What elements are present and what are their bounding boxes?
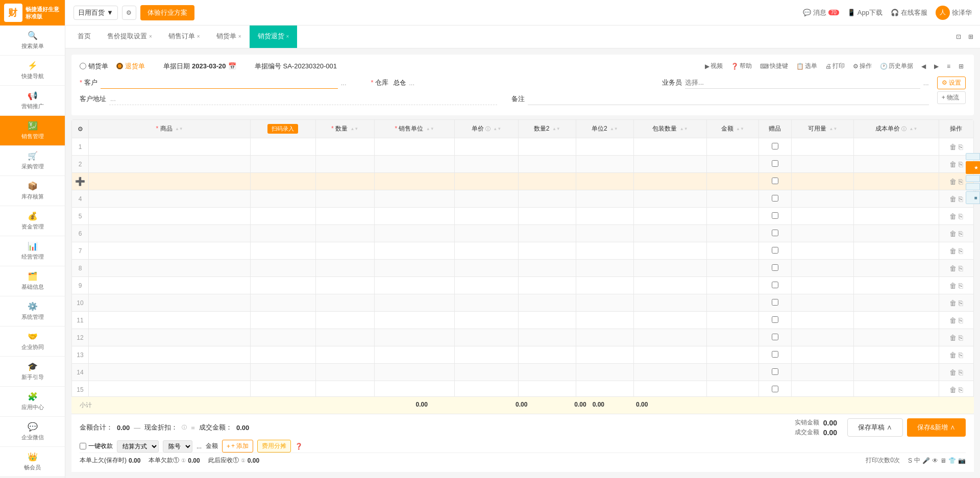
gift-check-8[interactable]	[772, 264, 778, 271]
tool-icon-2[interactable]: 中	[914, 456, 920, 465]
debt-help-icon[interactable]: ①	[181, 458, 186, 463]
calc-method-select[interactable]: 结算方式	[117, 440, 159, 452]
one-click-payment-check[interactable]: 一键收款	[80, 442, 113, 450]
tab-close-price-setup[interactable]: ×	[149, 34, 152, 39]
gift-check-3[interactable]	[772, 178, 778, 184]
row-product-7[interactable]	[89, 242, 251, 260]
row-gift-10[interactable]	[758, 294, 791, 312]
salesperson-ellipsis[interactable]: ...	[923, 79, 929, 87]
customer-input[interactable]	[101, 77, 338, 89]
nav-next-btn[interactable]: ▶	[932, 62, 941, 71]
row-delete-10[interactable]: 🗑	[949, 299, 957, 307]
tab-close-sales-return[interactable]: ×	[286, 34, 289, 39]
sort-pack-icon[interactable]: ▲▼	[680, 127, 688, 131]
row-product-8[interactable]	[89, 260, 251, 277]
account-select[interactable]: 陈号	[163, 440, 192, 452]
gift-check-9[interactable]	[772, 282, 778, 288]
online-support-button[interactable]: 🎧 在线客服	[891, 8, 927, 17]
gift-check-13[interactable]	[772, 351, 778, 358]
list-view-btn[interactable]: ≡	[945, 62, 952, 71]
row-copy-9[interactable]: ⎘	[959, 282, 963, 290]
row-copy-13[interactable]: ⎘	[959, 351, 963, 359]
row-gift-11[interactable]	[758, 312, 791, 329]
row-product-11[interactable]	[89, 312, 251, 329]
row-product-12[interactable]	[89, 329, 251, 346]
save-draft-button[interactable]: 保存草稿 ∧	[847, 418, 903, 437]
warehouse-ellipsis[interactable]: ...	[409, 79, 414, 87]
row-copy-8[interactable]: ⎘	[959, 264, 963, 272]
tab-restore-button[interactable]: ⊡	[953, 32, 964, 42]
gift-check-14[interactable]	[772, 368, 778, 375]
tab-close-sales-bill[interactable]: ×	[238, 34, 241, 39]
quick-split-btn[interactable]: 分	[966, 175, 980, 182]
history-btn[interactable]: 🕐 历史单据	[878, 61, 915, 71]
operation-btn[interactable]: ⚙ 操作	[851, 61, 874, 71]
select-btn[interactable]: 📋 选单	[794, 61, 819, 71]
row-gift-2[interactable]	[758, 156, 791, 173]
row-delete-9[interactable]: 🗑	[949, 282, 957, 290]
row-copy-5[interactable]: ⎘	[959, 212, 963, 220]
row-copy-7[interactable]: ⎘	[959, 247, 963, 255]
row-delete-1[interactable]: 🗑	[949, 143, 957, 151]
sidebar-item-search[interactable]: 🔍 搜索菜单	[0, 26, 65, 56]
sidebar-item-member[interactable]: 👑 畅会员	[0, 447, 65, 477]
row-delete-15[interactable]: 🗑	[949, 386, 957, 394]
tab-grid-button[interactable]: ⊞	[966, 32, 976, 42]
quick-room-btn[interactable]: 房	[966, 183, 980, 190]
sort-unit2-icon[interactable]: ▲▼	[610, 127, 618, 131]
sidebar-item-purchase[interactable]: 🛒 采购管理	[0, 146, 65, 176]
row-delete-13[interactable]: 🗑	[949, 351, 957, 359]
product-input-3[interactable]	[92, 178, 247, 185]
row-gift-3[interactable]	[758, 173, 791, 190]
message-button[interactable]: 💬 消息 70	[803, 8, 839, 17]
nav-prev-btn[interactable]: ◀	[919, 62, 928, 71]
print-btn[interactable]: 🖨 打印	[823, 61, 847, 71]
gift-check-12[interactable]	[772, 334, 778, 340]
row-copy-4[interactable]: ⎘	[959, 195, 963, 203]
sidebar-item-basic[interactable]: 🗂️ 基础信息	[0, 266, 65, 296]
th-gear[interactable]: ⚙	[72, 120, 89, 138]
gift-check-5[interactable]	[772, 212, 778, 219]
add-row-button[interactable]: ➕	[75, 177, 85, 186]
sort-product-icon[interactable]: ▲▼	[175, 127, 183, 131]
row-product-5[interactable]	[89, 208, 251, 225]
customer-ellipsis[interactable]: ...	[341, 79, 347, 87]
sidebar-item-system[interactable]: ⚙️ 系统管理	[0, 296, 65, 326]
row-gift-7[interactable]	[758, 242, 791, 260]
row-copy-6[interactable]: ⎘	[959, 230, 963, 238]
sidebar-item-operations[interactable]: 📊 经营管理	[0, 236, 65, 266]
tool-icon-4[interactable]: 👁	[932, 457, 938, 464]
th-scan[interactable]: 扫码录入	[251, 120, 315, 138]
row-product-9[interactable]	[89, 277, 251, 294]
sort-price-icon[interactable]: ▲▼	[493, 127, 501, 131]
experience-button[interactable]: 体验行业方案	[140, 5, 194, 20]
row-gift-9[interactable]	[758, 277, 791, 294]
row-delete-11[interactable]: 🗑	[949, 316, 957, 324]
product-table-wrap[interactable]: ⚙ * 商品 ▲▼ 扫码录入 * 数量 ▲▼	[71, 119, 974, 396]
sidebar-item-finance[interactable]: 💰 资金管理	[0, 206, 65, 236]
tab-home[interactable]: 首页	[69, 26, 99, 48]
tool-icon-7[interactable]: 📷	[958, 457, 966, 464]
app-download-button[interactable]: 📱 App下载	[847, 8, 883, 17]
row-product-3[interactable]	[89, 173, 251, 190]
sidebar-item-enterprise[interactable]: 🤝 企业协同	[0, 326, 65, 357]
tab-close-sales-order[interactable]: ×	[197, 34, 200, 39]
row-product-2[interactable]	[89, 156, 251, 173]
notes-input[interactable]	[528, 93, 929, 105]
row-copy-2[interactable]: ⎘	[959, 160, 963, 168]
row-copy-12[interactable]: ⎘	[959, 334, 963, 342]
row-gift-5[interactable]	[758, 208, 791, 225]
sidebar-item-wechat[interactable]: 💬 企业微信	[0, 417, 65, 447]
row-product-4[interactable]	[89, 190, 251, 208]
help-btn[interactable]: ❓ 帮助	[729, 61, 754, 71]
tab-sales-return[interactable]: 销货退货 ×	[250, 26, 298, 48]
quick-attach-btn[interactable]: 附	[966, 153, 980, 160]
row-product-1[interactable]	[89, 138, 251, 156]
row-delete-5[interactable]: 🗑	[949, 212, 957, 220]
settings-button[interactable]: ⚙ 设置	[937, 77, 966, 89]
sort-unit-icon[interactable]: ▲▼	[426, 127, 434, 131]
row-gift-6[interactable]	[758, 225, 791, 242]
gift-check-4[interactable]	[772, 195, 778, 202]
row-delete-3[interactable]: 🗑	[949, 178, 957, 186]
tool-icon-5[interactable]: 🖥	[940, 457, 946, 464]
